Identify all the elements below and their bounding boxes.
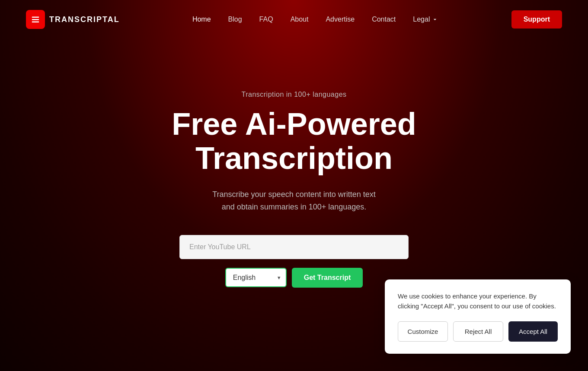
cookie-banner: We use cookies to enhance your experienc… [385,279,571,354]
nav-links: Home Blog FAQ About Advertise Contact Le… [192,16,439,23]
svg-rect-0 [32,17,39,18]
nav-home[interactable]: Home [192,16,211,23]
menu-icon [31,15,40,24]
logo-link[interactable]: TRANSCRIPTAL [26,10,120,29]
logo-icon [26,10,45,29]
svg-rect-1 [32,19,39,20]
language-select[interactable]: English Spanish French German Chinese Ja… [225,268,287,287]
navbar: TRANSCRIPTAL Home Blog FAQ About Adverti… [0,0,588,39]
nav-legal[interactable]: Legal [413,16,438,23]
youtube-url-input[interactable] [179,235,409,259]
hero-title-line1: Free Ai-Powered [172,107,416,141]
url-input-wrapper [179,235,409,259]
get-transcript-button[interactable]: Get Transcript [292,268,363,288]
accept-all-button[interactable]: Accept All [508,321,558,342]
customize-button[interactable]: Customize [398,321,448,342]
hero-description: Transcribe your speech content into writ… [212,188,376,213]
svg-rect-2 [32,22,39,22]
hero-title: Free Ai-Powered Transcription [172,107,416,175]
chevron-down-icon [431,16,438,23]
hero-desc-line2: and obtain summaries in 100+ languages. [222,203,367,211]
controls-row: English Spanish French German Chinese Ja… [225,268,363,288]
language-select-wrapper: English Spanish French German Chinese Ja… [225,268,287,287]
hero-section: Transcription in 100+ languages Free Ai-… [0,39,588,288]
nav-faq[interactable]: FAQ [259,16,273,23]
reject-all-button[interactable]: Reject All [453,321,503,342]
cookie-buttons: Customize Reject All Accept All [398,321,558,342]
nav-legal-label: Legal [413,16,430,23]
nav-advertise[interactable]: Advertise [326,16,355,23]
cookie-message: We use cookies to enhance your experienc… [398,292,558,311]
nav-blog[interactable]: Blog [228,16,242,23]
logo-text: TRANSCRIPTAL [49,15,120,24]
hero-title-line2: Transcription [195,141,393,175]
support-button[interactable]: Support [511,10,562,29]
nav-about[interactable]: About [291,16,309,23]
nav-contact[interactable]: Contact [372,16,396,23]
hero-subtitle: Transcription in 100+ languages [241,91,346,98]
hero-desc-line1: Transcribe your speech content into writ… [212,190,376,199]
